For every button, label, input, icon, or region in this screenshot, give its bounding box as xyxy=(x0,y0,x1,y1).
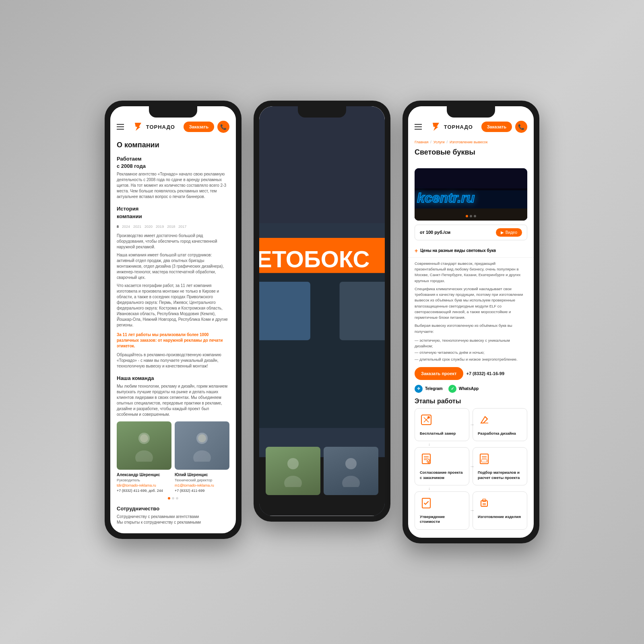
video-label: Видео xyxy=(506,230,517,235)
phone-2: ТОРНАДО Заказать 📞 Контакты Адрес г. Кир… xyxy=(254,101,390,521)
telegram-icon: ✈ xyxy=(415,385,423,393)
svg-point-30 xyxy=(287,458,299,469)
team-info-1: Александр Шеренцис Руководитель tdir@tor… xyxy=(117,472,171,493)
member-2-phone: +7 (8332) 411-699 xyxy=(175,488,229,493)
hero-dots xyxy=(466,215,476,217)
tornado-logo-icon-3 xyxy=(430,121,442,132)
svg-marker-34 xyxy=(433,123,439,131)
team-info-2: Юлий Шеренцис Технический директор m1@to… xyxy=(175,472,229,493)
play-icon: ▶ xyxy=(501,230,504,235)
tornado-logo-icon-1 xyxy=(132,121,144,132)
team-photo-bg-1 xyxy=(117,421,171,470)
feature-1: эстетичную, технологичную вывеску с уник… xyxy=(415,338,510,348)
features-list: — эстетичную, технологичную вывеску с ун… xyxy=(408,338,534,362)
year-2019: 2019 xyxy=(156,224,164,229)
timeline: 8 2024 2021 2020 2019 2018 2017 xyxy=(117,224,229,229)
step-5-icon xyxy=(420,497,464,512)
telegram-contact[interactable]: ✈ Telegram xyxy=(415,385,443,393)
cooperation-text: Сотрудничеству с рекламными агентствами xyxy=(117,514,229,520)
step-6-label: Изготовление изделия xyxy=(478,514,522,519)
service-phone: +7 (8332) 41-16-99 xyxy=(466,371,504,376)
service-hero: kcentr.ru kcentr.ru xyxy=(415,168,527,221)
step-5: Утверждение стоимости → xyxy=(415,491,469,530)
video-button[interactable]: ▶ Видео xyxy=(496,228,522,237)
section-history-title: Историякомпании xyxy=(117,205,229,220)
phone-button-1[interactable]: 📞 xyxy=(217,121,229,133)
whatsapp-contact[interactable]: ✓ WhatsApp xyxy=(448,385,479,393)
dot-1-3 xyxy=(176,497,178,500)
page-title-1: О компании xyxy=(117,141,229,150)
phones-container: ТОРНАДО Заказать 📞 О компании Работаемс … xyxy=(105,101,539,543)
section-working-title: Работаемс 2008 года xyxy=(117,155,229,170)
step-1-icon xyxy=(420,413,464,429)
member-2-email: m1@tornado-reklama.ru xyxy=(175,483,229,488)
svg-point-3 xyxy=(140,434,148,442)
brand-name-3: ТОРНАДО xyxy=(444,124,473,130)
svg-point-33 xyxy=(342,476,360,487)
member-1-name: Александр Шеренцис xyxy=(117,472,171,478)
svg-marker-0 xyxy=(135,123,141,131)
service-desc-2: Специфика климатических условий накладыв… xyxy=(408,286,534,321)
feature-3: длительный срок службы и низкое энергопо… xyxy=(419,357,518,361)
team-photo-bg-3 xyxy=(266,447,320,495)
step-2-icon xyxy=(478,413,522,429)
order-button-3[interactable]: Заказать xyxy=(481,122,512,132)
step-6: Изготовление изделия xyxy=(473,491,527,530)
team-photo-3 xyxy=(266,447,320,495)
member-1-role: Руководитель xyxy=(117,478,171,483)
breadcrumb-services[interactable]: Услуги xyxy=(433,140,445,144)
dot-1-2 xyxy=(172,497,174,500)
brand-name-1: ТОРНАДО xyxy=(146,124,175,130)
history-text-1: Производство имеет достаточно большой ря… xyxy=(117,233,229,250)
step-3: Согласование проекта с заказчиком → xyxy=(415,447,469,485)
cooperation-sub: Мы открыты к сотрудничеству с рекламными xyxy=(117,520,229,525)
price-bar: от 100 руб./см ▶ Видео xyxy=(415,225,527,240)
phone-3-notch xyxy=(447,106,495,118)
step-2-label: Разработка дизайна xyxy=(478,431,522,436)
year-2017: 2017 xyxy=(178,224,186,229)
svg-point-32 xyxy=(345,458,357,469)
page-body-2: Контакты Адрес г. Киров, ул. Народная 28… xyxy=(259,137,385,516)
order-button-1[interactable]: Заказать xyxy=(184,122,214,132)
svg-rect-20 xyxy=(266,338,378,394)
year-2021: 2021 xyxy=(133,224,141,229)
step-4-icon xyxy=(478,452,522,468)
order-project-button[interactable]: Заказать проект xyxy=(415,367,463,380)
cta-text: Обращайтесь в рекламно-производственную … xyxy=(117,352,229,369)
history-text-3: Что касается географии работ, за 11 лет … xyxy=(117,283,229,328)
feature-2: отличную читаемость днём и ночью; xyxy=(419,350,485,355)
page-body-3: Световые буквы xyxy=(408,147,534,168)
hero-dot-1[interactable] xyxy=(466,215,468,217)
service-desc-1: Современный стандарт вывесок, придающий … xyxy=(408,261,534,284)
team-photo-bg-4 xyxy=(324,447,378,495)
expand-row[interactable]: + Цены на разные виды световых букв xyxy=(408,244,534,258)
svg-point-5 xyxy=(193,450,211,462)
step-5-arrow: → xyxy=(470,508,475,513)
svg-rect-24 xyxy=(340,338,378,340)
member-1-phone: +7 (8332) 411-699, доб. 244 xyxy=(117,488,171,493)
svg-point-2 xyxy=(135,450,153,462)
member-1-email: tdir@tornado-reklama.ru xyxy=(117,483,171,488)
svg-rect-47 xyxy=(422,454,430,464)
step-1-label: Бесплатный замер xyxy=(420,431,464,436)
member-2-name: Юлий Шеренцис xyxy=(175,472,229,478)
hamburger-menu-1[interactable] xyxy=(117,124,124,130)
breadcrumb-home[interactable]: Главная xyxy=(415,140,428,144)
step-5-label: Утверждение стоимости xyxy=(420,514,464,524)
step-3-icon xyxy=(420,452,464,468)
hero-dot-3[interactable] xyxy=(474,215,476,217)
step-down-arrow-2: ↓ xyxy=(408,486,534,491)
step-1-arrow: → xyxy=(470,422,475,427)
phone-button-3[interactable]: 📞 xyxy=(515,121,527,133)
step-4-label: Подбор материалов и расчет сметы проекта xyxy=(478,470,522,480)
svg-point-31 xyxy=(284,476,302,487)
team-photo-1 xyxy=(117,421,171,470)
hero-dot-2[interactable] xyxy=(470,215,472,217)
expand-label: Цены на разные виды световых букв xyxy=(420,248,496,253)
step-3-arrow: → xyxy=(470,464,475,469)
svg-point-6 xyxy=(198,434,206,442)
contact-links: ✈ Telegram ✓ WhatsApp xyxy=(408,385,534,393)
phone-3-content: ТОРНАДО Заказать 📞 Главная / Услуги / Из… xyxy=(408,106,534,537)
step-down-arrow-1: ↓ xyxy=(408,442,534,446)
hamburger-menu-3[interactable] xyxy=(415,124,422,130)
